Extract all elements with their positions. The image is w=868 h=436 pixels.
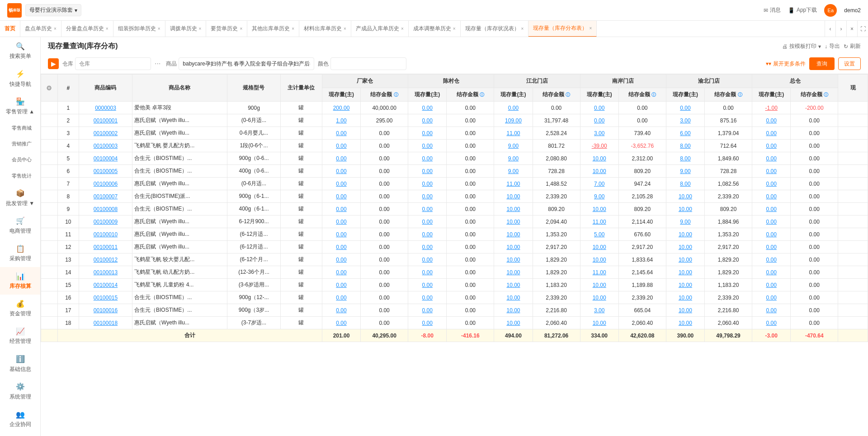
- code-link[interactable]: 00100004: [94, 155, 118, 162]
- code-link[interactable]: 00100002: [94, 130, 118, 136]
- sidebar-item-collab[interactable]: 👥 企业协同: [0, 405, 40, 433]
- row-spec: (3-6岁适用...: [227, 279, 280, 291]
- tab-9[interactable]: 成本调整单历史 ×: [409, 21, 461, 37]
- top-bar-right: ✉ 消息 📱 App下载 Ea demo2: [764, 4, 861, 17]
- close-icon[interactable]: ×: [199, 26, 202, 31]
- tab-10[interactable]: 现存量（库存状况表） ×: [461, 21, 529, 37]
- row-f-stock: 0.00: [322, 203, 360, 216]
- app-download-btn[interactable]: 📱 App下载: [788, 6, 817, 14]
- tab-next-btn[interactable]: ›: [835, 21, 846, 37]
- sidebar-item-marketing[interactable]: 营销推广: [0, 136, 40, 152]
- summary-row: 合计 201.00 40,295.00 -8.00 -416.16 494.00…: [41, 329, 868, 342]
- code-link[interactable]: 00100015: [94, 295, 118, 301]
- tab-close-btn[interactable]: ×: [846, 21, 857, 37]
- code-link[interactable]: 00100014: [94, 282, 118, 288]
- close-icon[interactable]: ×: [292, 26, 294, 31]
- print-btn[interactable]: 🖨 按模板打印 ▾: [782, 42, 821, 50]
- row-index: 17: [57, 304, 79, 317]
- row-na-amt: 2,917.20: [618, 241, 666, 253]
- close-icon[interactable]: ×: [240, 26, 242, 31]
- tab-home[interactable]: 首页: [0, 21, 20, 37]
- logo-text: 畅: [9, 8, 13, 13]
- row-na-stock: 0.00: [580, 114, 618, 127]
- tab-1[interactable]: 盘点单历史 ×: [20, 21, 61, 37]
- close-icon[interactable]: ×: [401, 26, 404, 31]
- export-btn[interactable]: ↓ 导出: [825, 42, 840, 50]
- row-jb-amt: 2,339.20: [533, 291, 580, 304]
- sidebar-item-member[interactable]: 会员中心: [0, 152, 40, 168]
- tab-8[interactable]: 产成品入库单历史 ×: [351, 21, 409, 37]
- tab-3[interactable]: 组装拆卸单历史 ×: [113, 21, 165, 37]
- color-input[interactable]: [330, 57, 406, 70]
- code-link[interactable]: 00100008: [94, 206, 118, 212]
- sidebar-item-ecommerce[interactable]: 🛒 电商管理: [0, 211, 40, 239]
- sidebar-item-retail-stat[interactable]: 零售统计: [0, 168, 40, 184]
- sidebar-item-retail-shop[interactable]: 零售商城: [0, 120, 40, 136]
- code-link[interactable]: 00100013: [94, 269, 118, 276]
- row-unit: 罐: [281, 152, 322, 165]
- row-cy-amt: 0.00: [447, 178, 494, 190]
- query-btn[interactable]: 查询: [809, 57, 835, 70]
- code-link[interactable]: 00100005: [94, 168, 118, 174]
- code-link[interactable]: 00100012: [94, 257, 118, 263]
- row-index: 7: [57, 178, 79, 190]
- code-link[interactable]: 00100011: [94, 244, 118, 250]
- close-icon[interactable]: ×: [453, 26, 456, 31]
- row-index: 13: [57, 253, 79, 266]
- filter-bar: ▶ 仓库 ··· 商品 颜色 ▾▾ 展开更多条件 查询 设置: [41, 54, 868, 74]
- table-row: 17 00100016 合生元（BIOSTIME）... 900g（3岁... …: [41, 304, 868, 317]
- tab-prev-btn[interactable]: ‹: [825, 21, 835, 37]
- code-link[interactable]: 00100006: [94, 181, 118, 187]
- filter-expand-btn[interactable]: ▶: [48, 58, 59, 69]
- code-link[interactable]: 00100007: [94, 193, 118, 200]
- code-link[interactable]: 00100003: [94, 143, 118, 149]
- warehouse-ellipsis[interactable]: ···: [153, 60, 162, 68]
- sidebar-item-finance[interactable]: 💰 资金管理: [0, 295, 40, 322]
- row-na-stock: 5.00: [580, 228, 618, 241]
- tab-expand-btn[interactable]: ⛶: [857, 21, 868, 37]
- avatar[interactable]: Ea: [824, 4, 837, 17]
- row-na-stock: 3.00: [580, 304, 618, 317]
- code-link[interactable]: 00100009: [94, 219, 118, 225]
- code-link[interactable]: 0000003: [95, 105, 116, 111]
- sidebar-item-retail-mgmt[interactable]: 🏪 零售管理 ▲: [0, 92, 40, 120]
- row-jb-amt: 2,080.80: [533, 152, 580, 165]
- tab-11[interactable]: 现存量（库存分布表） ×: [528, 21, 597, 37]
- sidebar-item-purchase[interactable]: 📋 采购管理: [0, 239, 40, 267]
- sidebar-item-inventory[interactable]: 📊 库存核算: [0, 267, 40, 295]
- industry-selector[interactable]: 母婴行业演示陈套 ▾: [25, 4, 81, 16]
- sidebar-item-basic[interactable]: ℹ️ 基础信息: [0, 350, 40, 377]
- close-icon[interactable]: ×: [158, 26, 160, 31]
- tab-7[interactable]: 材料出库单历史 ×: [299, 21, 351, 37]
- sidebar-item-nav[interactable]: ⚡ 快捷导航: [0, 65, 40, 92]
- goods-input[interactable]: [179, 57, 314, 70]
- sidebar-item-operation[interactable]: 📈 经营管理: [0, 322, 40, 350]
- settings-btn[interactable]: 设置: [838, 57, 861, 70]
- close-icon[interactable]: ×: [106, 26, 108, 31]
- gear-icon[interactable]: ⚙: [46, 84, 52, 92]
- row-gear: [41, 102, 58, 114]
- row-na-stock: 9.00: [580, 190, 618, 203]
- tab-4[interactable]: 调拨单历史 ×: [165, 21, 207, 37]
- sidebar-item-search[interactable]: 🔍 搜索英单: [0, 37, 40, 65]
- sidebar-item-guide[interactable]: 🎯 新手引导: [0, 433, 40, 436]
- row-spec: (0-6月适...: [227, 114, 280, 127]
- code-link[interactable]: 00100001: [94, 117, 118, 124]
- close-icon[interactable]: ×: [521, 26, 524, 31]
- sidebar-item-wholesale[interactable]: 📦 批发管理 ▼: [0, 184, 40, 211]
- message-btn[interactable]: ✉ 消息: [764, 6, 781, 14]
- code-link[interactable]: 00100018: [94, 320, 118, 326]
- tab-2[interactable]: 分量盘点单历史 ×: [61, 21, 113, 37]
- code-link[interactable]: 00100010: [94, 231, 118, 238]
- row-na-stock: -39.00: [580, 140, 618, 152]
- filter-more-btn[interactable]: ▾▾ 展开更多条件: [766, 60, 806, 68]
- refresh-btn[interactable]: ↻ 刷新: [844, 42, 861, 50]
- sidebar-item-system[interactable]: ⚙️ 系统管理: [0, 377, 40, 405]
- close-icon[interactable]: ×: [344, 26, 346, 31]
- tab-5[interactable]: 要货单历史 ×: [206, 21, 247, 37]
- code-link[interactable]: 00100016: [94, 307, 118, 314]
- close-icon[interactable]: ×: [589, 26, 592, 31]
- warehouse-input[interactable]: [75, 57, 151, 70]
- close-icon[interactable]: ×: [54, 26, 57, 31]
- tab-6[interactable]: 其他出库单历史 ×: [247, 21, 299, 37]
